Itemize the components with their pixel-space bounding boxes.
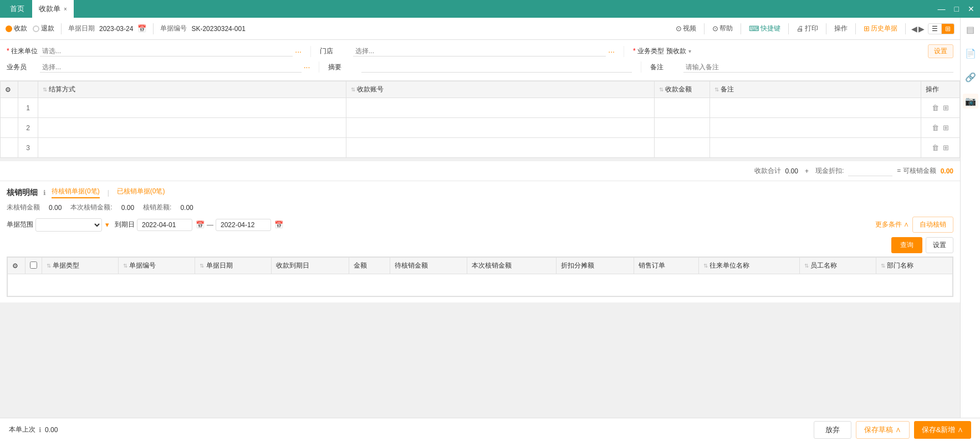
vemployee-label: 员工名称 [810,261,837,269]
help-button[interactable]: ⊙ 帮助 [710,23,735,34]
date-label: 到期日 [115,220,135,229]
print-button[interactable]: 🖨 打印 [794,23,820,34]
business-type-select[interactable]: 预收款 ▾ [666,47,691,56]
row2-settlement[interactable] [38,118,346,138]
video-button[interactable]: ⊙ 视频 [673,23,698,34]
range-select[interactable] [35,218,102,232]
sidebar-table-icon[interactable]: ▤ [964,22,977,37]
notes-input[interactable] [683,62,953,73]
row3-notes[interactable] [710,138,921,158]
shortcut-button[interactable]: ⌨ 快捷键 [747,23,783,34]
vdue-label: 收款到期日 [276,261,309,269]
list-view-button[interactable]: ☰ [928,24,942,34]
row3-account[interactable] [346,138,654,158]
table-gear-header[interactable]: ⚙ [1,81,18,98]
date-from-input[interactable] [137,219,192,231]
minimize-button[interactable]: — [935,4,949,13]
table-row: 1 🗑 ⊞ [1,98,960,118]
current-label: 本次核销金额: [70,203,112,212]
tab-active[interactable]: 收款单 × [32,0,74,18]
row1-amount[interactable] [654,98,710,118]
row1-copy-icon[interactable]: ⊞ [943,104,949,112]
row2-notes[interactable] [710,118,921,138]
nav-next-icon[interactable]: ▶ [918,24,925,33]
salesman-input[interactable] [40,62,302,73]
history-button[interactable]: ⊞ 历史单据 [861,23,900,34]
vtable-due-header: 收款到期日 [272,258,349,274]
row3-gear [1,138,18,158]
date-calendar-icon[interactable]: 📅 [137,24,146,33]
table-actions-header: 操作 [921,81,960,98]
settlement-sort-icon: ⇅ [43,86,47,93]
row1-delete-icon[interactable]: 🗑 [932,104,939,112]
date-from-calendar-icon[interactable]: 📅 [196,221,205,229]
row3-copy-icon[interactable]: ⊞ [943,143,949,152]
vtable-gear-header[interactable]: ⚙ [8,258,25,274]
discount-input[interactable] [848,166,892,176]
date-to-input[interactable] [216,219,271,231]
nav-prev-icon[interactable]: ◀ [911,24,917,33]
store-more-icon[interactable]: ··· [608,47,615,56]
operations-button[interactable]: 操作 [832,23,850,34]
summary-field: 摘要 [328,62,631,73]
row3-delete-icon[interactable]: 🗑 [932,143,939,152]
total-value: 0.00 [785,167,798,175]
row1-settlement[interactable] [38,98,346,118]
summary-label: 摘要 [328,63,361,72]
date-label: 单据日期 [68,24,95,33]
radio-receive-dot [6,25,12,32]
date-to-calendar-icon[interactable]: 📅 [274,221,283,229]
row2-copy-icon[interactable]: ⊞ [943,124,949,132]
amount-label: 收款金额 [665,85,692,93]
business-type-field: 业务类型 预收款 ▾ [633,47,928,56]
close-button[interactable]: ✕ [964,4,978,13]
sidebar-link-icon[interactable]: 🔗 [963,70,978,85]
row3-settlement[interactable] [38,138,346,158]
grid-view-button[interactable]: ⊞ [942,24,954,34]
radio-receive[interactable]: 收款 [6,24,27,33]
radio-refund[interactable]: 退款 [33,24,54,33]
vtable-counterpart-header: ⇅ 往来单位名称 [699,258,800,274]
tab-active-label: 收款单 [39,4,60,14]
row3-amount[interactable] [654,138,710,158]
tab-close-icon[interactable]: × [64,6,67,12]
divider-4 [741,23,741,34]
summary-input[interactable] [361,62,631,73]
notes-sort-icon: ⇅ [714,86,719,93]
auto-verify-button[interactable]: 自动核销 [912,217,953,233]
verify-settings-button[interactable]: 设置 [926,237,953,253]
row1-notes[interactable] [710,98,921,118]
verify-tab-pending[interactable]: 待核销单据(0笔) [52,187,100,198]
select-all-checkbox[interactable] [30,261,37,269]
window-controls: — □ ✕ [935,4,978,13]
sidebar-scan-icon[interactable]: 📷 [963,94,978,109]
maximize-button[interactable]: □ [951,4,962,13]
row2-actions: 🗑 ⊞ [921,118,960,138]
store-input[interactable] [353,46,606,57]
row2-gear [1,118,18,138]
counterpart-more-icon[interactable]: ··· [295,47,302,56]
counterpart-input[interactable] [40,46,293,57]
row2-delete-icon[interactable]: 🗑 [932,124,939,132]
vtable-check-header[interactable] [25,258,42,274]
range-filter: 单据范围 ▾ [7,218,109,232]
help-label: 帮助 [719,24,733,33]
tab-home[interactable]: 首页 [2,0,32,18]
video-label: 视频 [683,24,696,33]
radio-receive-label: 收款 [14,24,27,33]
sidebar-doc-icon[interactable]: 📄 [963,46,978,61]
query-button[interactable]: 查询 [891,237,922,253]
verify-tab-done[interactable]: 已核销单据(0笔) [117,187,165,198]
settings-button[interactable]: 设置 [928,44,953,58]
row2-account[interactable] [346,118,654,138]
verify-section: 核销明细 ℹ 待核销单据(0笔) | 已核销单据(0笔) 未核销金额 0.00 … [0,181,960,302]
row2-amount[interactable] [654,118,710,138]
verify-info-icon[interactable]: ℹ [43,189,46,197]
range-select-arrow: ▾ [105,221,109,229]
salesman-more-icon[interactable]: ··· [304,63,310,71]
table-settlement-header: ⇅ 结算方式 [38,81,346,98]
table-section: ⚙ ⇅ 结算方式 ⇅ 收款账号 ⇅ 收款金额 ⇅ [0,81,960,158]
more-filters-button[interactable]: 更多条件 ∧ [875,217,909,233]
verify-actions: 更多条件 ∧ 自动核销 [875,217,953,233]
row1-account[interactable] [346,98,654,118]
